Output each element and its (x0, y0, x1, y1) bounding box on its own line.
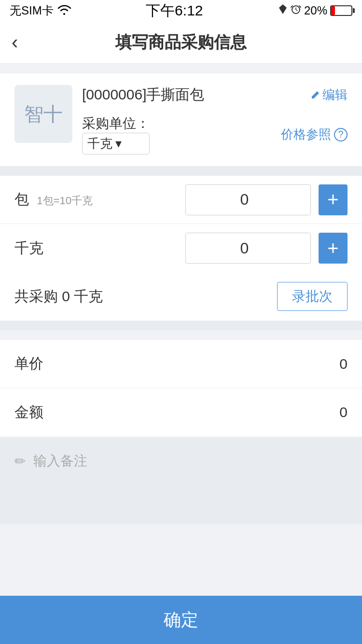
unit-dropdown-icon: ▾ (115, 136, 122, 151)
price-reference-button[interactable]: 价格参照 ? (281, 126, 348, 143)
confirm-button[interactable]: 确定 (0, 596, 362, 644)
price-section: 单价 0 金额 0 (0, 340, 362, 436)
sim-label: 无SIM卡 (10, 3, 54, 18)
help-symbol: ? (338, 129, 343, 140)
pack-label: 包 (14, 191, 29, 207)
pack-quantity-input[interactable] (185, 184, 311, 215)
pack-input-right: + (93, 184, 348, 215)
unit-price-label: 单价 (14, 354, 43, 374)
back-button[interactable]: ‹ (12, 31, 18, 53)
section-divider-2 (0, 321, 362, 330)
kg-plus-icon: + (327, 238, 338, 259)
input-section: 包 1包=10千克 + 千克 + (0, 176, 362, 272)
remark-placeholder: 输入备注 (33, 452, 87, 470)
summary-text: 共采购 0 千克 (14, 287, 103, 307)
price-ref-label: 价格参照 (281, 126, 331, 143)
status-time: 下午6:12 (146, 1, 203, 21)
section-divider-1 (0, 166, 362, 176)
unit-label: 采购单位： (82, 116, 150, 131)
wifi-icon (57, 3, 71, 18)
kg-label: 千克 (14, 238, 92, 258)
kg-quantity-input[interactable] (185, 233, 311, 264)
battery-percent: 20% (304, 4, 327, 17)
status-right: 20% (278, 4, 352, 17)
status-bar: 无SIM卡 下午6:12 20% (0, 0, 362, 21)
remark-section: ✏ 输入备注 (0, 437, 362, 524)
page-title: 填写商品采购信息 (115, 31, 247, 54)
edit-button[interactable]: 编辑 (310, 86, 348, 103)
main-content: 智十 [0000006]手撕面包 编辑 采购单位： 千克 ▾ (0, 73, 362, 644)
location-icon (278, 4, 288, 17)
status-left: 无SIM卡 (10, 3, 71, 18)
alarm-icon (291, 4, 301, 17)
unit-select[interactable]: 千克 ▾ (82, 133, 150, 154)
record-batch-button[interactable]: 录批次 (277, 282, 348, 311)
pack-input-row: 包 1包=10千克 + (0, 176, 362, 224)
pack-sublabel: 1包=10千克 (37, 195, 93, 207)
pencil-icon: ✏ (14, 453, 26, 469)
kg-plus-button[interactable]: + (319, 233, 348, 264)
unit-row: 采购单位： 千克 ▾ 价格参照 ? (82, 114, 348, 154)
unit-value: 千克 (87, 135, 112, 152)
pack-plus-icon: + (327, 189, 338, 210)
confirm-label: 确定 (164, 608, 198, 632)
unit-price-row: 单价 0 (0, 340, 362, 388)
edit-label: 编辑 (322, 86, 348, 103)
kg-input-row: 千克 + (0, 224, 362, 272)
product-info: [0000006]手撕面包 编辑 采购单位： 千克 ▾ 价格 (82, 85, 348, 154)
pack-plus-button[interactable]: + (319, 184, 348, 215)
summary-row: 共采购 0 千克 录批次 (0, 272, 362, 321)
unit-price-value: 0 (339, 356, 348, 372)
battery-icon (330, 5, 352, 16)
amount-value: 0 (339, 404, 348, 420)
kg-input-right: + (92, 233, 348, 264)
amount-label: 金额 (14, 403, 43, 422)
amount-row: 金额 0 (0, 388, 362, 436)
remark-input-area[interactable]: ✏ 输入备注 (14, 452, 348, 470)
product-card: 智十 [0000006]手撕面包 编辑 采购单位： 千克 ▾ (0, 73, 362, 166)
product-name-row: [0000006]手撕面包 编辑 (82, 85, 348, 105)
pack-label-area: 包 1包=10千克 (14, 190, 93, 210)
unit-label-area: 采购单位： 千克 ▾ (82, 114, 150, 154)
product-image: 智十 (14, 85, 72, 143)
nav-bar: ‹ 填写商品采购信息 (0, 21, 362, 64)
help-icon[interactable]: ? (334, 128, 348, 141)
product-logo-text: 智十 (24, 101, 63, 127)
product-name: [0000006]手撕面包 (82, 85, 204, 105)
